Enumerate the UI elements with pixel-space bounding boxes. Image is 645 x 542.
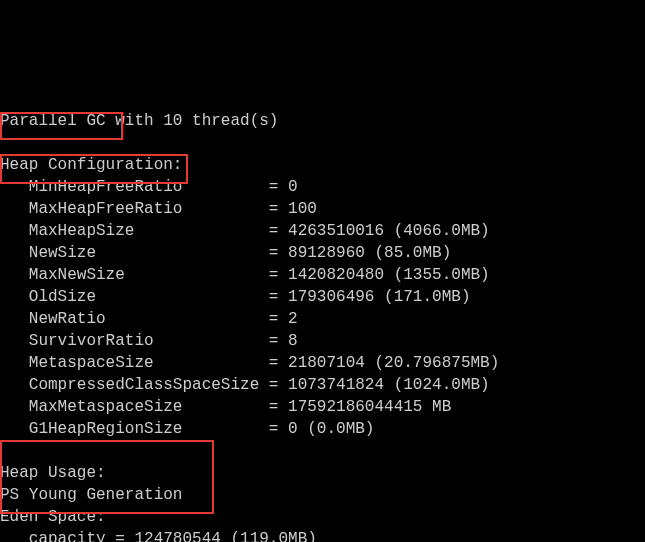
eden-space-header: Eden Space:: [0, 508, 106, 526]
heap-cfg-line: OldSize = 179306496 (171.0MB): [0, 288, 470, 306]
gc-threads-text: with 10 thread(s): [106, 112, 279, 130]
heap-cfg-line: MaxMetaspaceSize = 17592186044415 MB: [0, 398, 451, 416]
ps-young-gen-header: PS Young Generation: [0, 486, 182, 504]
heap-cfg-line: MetaspaceSize = 21807104 (20.796875MB): [0, 354, 499, 372]
heap-configuration-header: Heap Configuration:: [0, 156, 182, 174]
heap-cfg-line: MaxHeapFreeRatio = 100: [0, 200, 317, 218]
heap-cfg-line: SurvivorRatio = 8: [0, 332, 298, 350]
eden-line: capacity = 124780544 (119.0MB): [0, 530, 317, 542]
heap-cfg-line: MinHeapFreeRatio = 0: [0, 178, 298, 196]
terminal-output: Parallel GC with 10 thread(s) Heap Confi…: [0, 110, 645, 542]
heap-cfg-line: MaxNewSize = 1420820480 (1355.0MB): [0, 266, 490, 284]
heap-cfg-line: G1HeapRegionSize = 0 (0.0MB): [0, 420, 374, 438]
heap-usage-header: Heap Usage:: [0, 464, 106, 482]
heap-cfg-line: NewSize = 89128960 (85.0MB): [0, 244, 451, 262]
heap-cfg-line: MaxHeapSize = 4263510016 (4066.0MB): [0, 222, 490, 240]
heap-cfg-line: NewRatio = 2: [0, 310, 298, 328]
gc-type-text: Parallel GC: [0, 112, 106, 130]
heap-cfg-line: CompressedClassSpaceSize = 1073741824 (1…: [0, 376, 490, 394]
